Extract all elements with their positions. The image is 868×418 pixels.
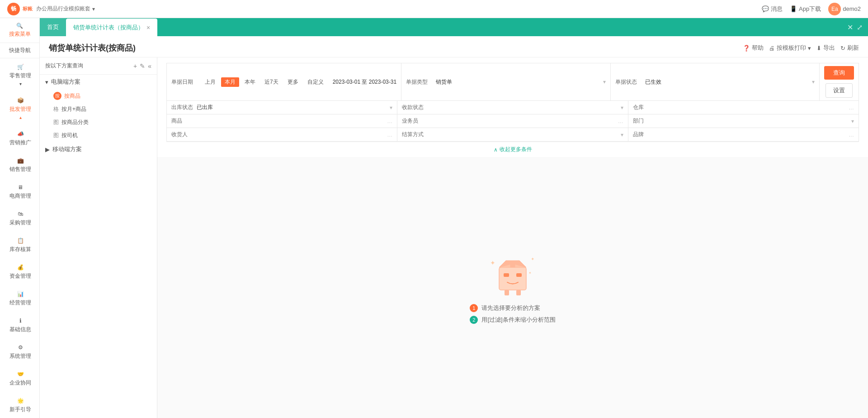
tree-item-month-product[interactable]: 格 按月+商品	[40, 103, 157, 116]
tree-sub-icon-2: 图	[53, 119, 59, 126]
sidebar-item-inventory[interactable]: 📋 库存核算	[0, 232, 39, 259]
sidebar-item-basic[interactable]: ℹ 基础信息	[0, 312, 39, 339]
date-tab-last-month[interactable]: 上月	[201, 77, 219, 87]
avatar: Ea	[828, 3, 841, 15]
empty-state: ✦ ✦ ✦ 1 请先选择要分析的方案	[470, 252, 555, 324]
content-area: 首页 销货单统计计表（按商品） × ✕ ⤢ 销货单统计计表(按商品) ❓ 帮助	[40, 18, 868, 418]
message-button[interactable]: 💬 消息	[762, 5, 783, 13]
tree-pc-parent[interactable]: ▾ 电脑端方案	[40, 75, 157, 89]
side-panel-header: 按以下方案查询 + ✎ «	[40, 57, 157, 75]
date-tab-more[interactable]: 更多	[284, 77, 302, 87]
receiver-more-icon[interactable]: …	[387, 132, 392, 138]
app-download-button[interactable]: 📱 App下载	[790, 5, 821, 13]
date-tab-this-year[interactable]: 本年	[241, 77, 259, 87]
date-tab-custom[interactable]: 自定义	[304, 77, 327, 87]
department-dropdown-icon[interactable]: ▾	[851, 118, 854, 124]
title-dropdown[interactable]: 办公用品行业模拟账套 ▾	[36, 5, 95, 13]
receipt-dropdown-icon[interactable]: ▾	[621, 104, 623, 111]
date-tab-7days[interactable]: 近7天	[261, 77, 282, 87]
corp-icon: 🤝	[17, 371, 24, 377]
sidebar-item-ecommerce[interactable]: 🖥 电商管理	[0, 179, 39, 205]
step-1-num: 1	[470, 304, 478, 312]
system-icon: ⚙	[18, 344, 23, 351]
filter-department-cell[interactable]: 部门 ▾	[628, 114, 859, 128]
filter-receipt-cell[interactable]: 收款状态 ▾	[397, 101, 628, 114]
filter-doctype-cell[interactable]: 单据类型 销货单 ▾	[401, 63, 610, 100]
doctype-dropdown-icon[interactable]: ▾	[603, 79, 606, 85]
tree-mobile-expand-icon: ▶	[45, 146, 50, 153]
sidebar-item-newbie[interactable]: 🌟 新手引导	[0, 392, 39, 418]
user-avatar-area[interactable]: Ea demo2	[828, 3, 861, 15]
docstatus-label: 单据状态	[615, 78, 642, 86]
sidebar-item-operation[interactable]: 📊 经营管理	[0, 285, 39, 312]
window-close-button[interactable]: ✕	[847, 23, 853, 32]
help-button[interactable]: ❓ 帮助	[743, 44, 764, 52]
print-button[interactable]: 🖨 按模板打印 ▾	[769, 44, 811, 52]
filter-docstatus-cell[interactable]: 单据状态 已生效 ▾	[611, 63, 819, 100]
tree-mobile-parent[interactable]: ▶ 移动端方案	[40, 142, 157, 157]
sidebar: 🔍 搜索菜单 快捷导航 🛒 零售管理 ▾ 📦 批发管理 ▴ 📣 营销推广 💼 销…	[0, 18, 40, 418]
receipt-label: 收款状态	[402, 104, 424, 111]
svg-text:✦: ✦	[490, 259, 495, 266]
side-panel-edit-button[interactable]: ✎	[140, 62, 145, 70]
filter-brand-cell[interactable]: 品牌 …	[628, 128, 859, 141]
sidebar-item-finance[interactable]: 💰 资金管理	[0, 259, 39, 285]
product-more-icon[interactable]: …	[387, 118, 392, 124]
sidebar-item-retail[interactable]: 🛒 零售管理 ▾	[0, 58, 39, 92]
payment-dropdown-icon[interactable]: ▾	[621, 132, 623, 138]
tab-close-button[interactable]: ×	[146, 24, 150, 31]
filter-payment-cell[interactable]: 结算方式 ▾	[397, 128, 628, 141]
filter-depot-cell[interactable]: 仓库 …	[628, 101, 859, 114]
filter-receiver-cell[interactable]: 收货人 …	[167, 128, 397, 141]
refresh-button[interactable]: ↻ 刷新	[840, 44, 859, 52]
docstatus-dropdown-icon[interactable]: ▾	[812, 79, 815, 85]
tree-item-by-product[interactable]: 按 按商品	[40, 89, 157, 103]
tab-current[interactable]: 销货单统计计表（按商品） ×	[66, 19, 157, 37]
query-button[interactable]: 查询	[824, 66, 854, 80]
search-icon: 🔍	[16, 23, 23, 29]
tab-bar-actions: ✕ ⤢	[847, 23, 868, 32]
side-panel-add-button[interactable]: +	[133, 62, 137, 70]
filter-product-cell[interactable]: 商品 …	[167, 114, 397, 128]
sidebar-item-sales[interactable]: 💼 销售管理	[0, 152, 39, 179]
payment-label: 结算方式	[402, 131, 424, 138]
warehouse-dropdown-icon[interactable]: ▾	[390, 104, 392, 111]
finance-icon: 💰	[17, 264, 24, 271]
filter-warehouse-cell[interactable]: 出库状态 已出库 ▾	[167, 101, 397, 114]
tab-bar: 首页 销货单统计计表（按商品） × ✕ ⤢	[40, 18, 868, 36]
tree-item-product-category[interactable]: 图 按商品分类	[40, 116, 157, 129]
search-menu-button[interactable]: 🔍 搜索菜单	[0, 18, 39, 43]
main-layout: 🔍 搜索菜单 快捷导航 🛒 零售管理 ▾ 📦 批发管理 ▴ 📣 营销推广 💼 销…	[0, 18, 868, 418]
sidebar-item-system[interactable]: ⚙ 系统管理	[0, 339, 39, 366]
sidebar-item-corp[interactable]: 🤝 企业协同	[0, 366, 39, 392]
sidebar-item-marketing[interactable]: 📣 营销推广	[0, 125, 39, 152]
svg-rect-4	[516, 290, 521, 295]
salesperson-more-icon[interactable]: …	[618, 118, 623, 124]
svg-rect-0	[499, 267, 526, 290]
tree-item-by-machine[interactable]: 图 按司机	[40, 129, 157, 142]
collapse-icon: ∧	[494, 147, 498, 153]
collapse-bar[interactable]: ∧ 收起更多条件	[166, 142, 859, 157]
window-maximize-button[interactable]: ⤢	[857, 23, 863, 32]
export-button[interactable]: ⬇ 导出	[816, 44, 835, 52]
sidebar-item-wholesale[interactable]: 📦 批发管理 ▴	[0, 92, 39, 125]
brand-more-icon[interactable]: …	[849, 132, 854, 138]
top-bar-left: 畅 标账 办公用品行业模拟账套 ▾	[7, 3, 95, 15]
date-tab-this-month[interactable]: 本月	[221, 77, 239, 87]
department-label: 部门	[633, 117, 644, 125]
tree-expand-icon: ▾	[45, 79, 48, 86]
shortcut-nav-button[interactable]: 快捷导航	[0, 43, 39, 58]
warehouse-label: 出库状态	[171, 104, 193, 111]
filter-salesperson-cell[interactable]: 业务员 …	[397, 114, 628, 128]
depot-more-icon[interactable]: …	[849, 104, 854, 111]
tab-home[interactable]: 首页	[40, 18, 66, 36]
basic-icon: ℹ	[19, 318, 22, 324]
svg-text:✦: ✦	[531, 256, 534, 261]
side-panel-collapse-button[interactable]: «	[148, 62, 151, 70]
sidebar-item-purchase[interactable]: 🛍 采购管理	[0, 205, 39, 232]
query-btn-cell: 查询 设置	[819, 63, 859, 100]
settings-button[interactable]: 设置	[826, 83, 853, 98]
svg-rect-1	[504, 273, 509, 277]
content-wrapper: 按以下方案查询 + ✎ « ▾ 电脑端方案	[40, 57, 868, 418]
filter-row-2: 出库状态 已出库 ▾ 收款状态 ▾ 仓库	[166, 100, 859, 114]
